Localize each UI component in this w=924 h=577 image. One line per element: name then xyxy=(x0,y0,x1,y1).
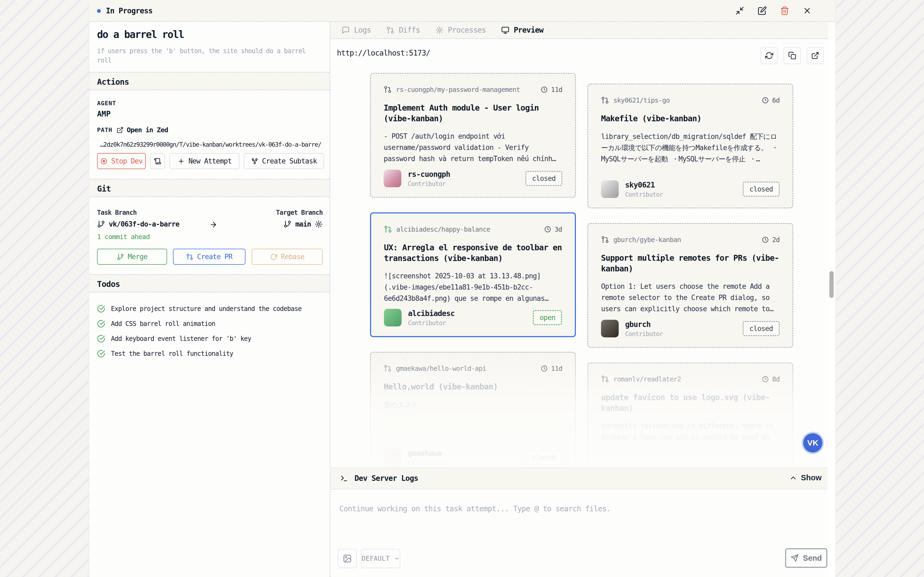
card-age-value: 3d xyxy=(554,226,562,233)
branch-row: vk/063f-do-a-barre main xyxy=(97,220,323,231)
send-label: Send xyxy=(803,554,822,562)
card-title: Implement Auth module - User login (vibe… xyxy=(384,103,562,124)
section-label: Git xyxy=(97,184,111,193)
refresh-icon xyxy=(765,52,773,60)
card-age: 3d xyxy=(544,226,562,233)
preview-url-bar: http://localhost:5173/ xyxy=(330,39,828,67)
stop-dev-button[interactable]: Stop Dev xyxy=(97,153,146,169)
rebase-label: Rebase xyxy=(281,253,305,261)
scrollbar-track[interactable] xyxy=(827,39,835,577)
create-pr-label: Create PR xyxy=(197,253,233,261)
edit-button[interactable] xyxy=(757,5,767,16)
plus-icon xyxy=(178,158,185,165)
chevron-down-icon xyxy=(394,555,400,562)
minimize-icon xyxy=(735,6,744,15)
avatar xyxy=(601,320,619,337)
tab-preview[interactable]: Preview xyxy=(501,26,543,34)
message-square-icon xyxy=(342,26,350,34)
create-subtask-button[interactable]: Create Subtask xyxy=(244,153,324,169)
task-dialog: In Progress do a barrel roll if users pr… xyxy=(89,0,836,577)
kanban-card[interactable]: rs-cuongph/my-password-management 11d Im… xyxy=(370,73,576,198)
card-age-value: 11d xyxy=(551,86,562,93)
avatar xyxy=(384,448,401,466)
avatar xyxy=(384,309,402,326)
task-branch-label: Task Branch xyxy=(97,209,137,216)
agent-label: AGENT xyxy=(97,100,116,106)
task-title: do a barrel roll xyxy=(97,29,184,40)
card-header: gmaekawa/hello-world-api 11d xyxy=(384,364,562,372)
close-button[interactable] xyxy=(802,5,813,16)
clock-icon xyxy=(762,376,769,383)
tab-processes[interactable]: Processes xyxy=(436,26,486,34)
kanban-card[interactable]: sky0621/tips-go 6d Makefile (vibe-kanban… xyxy=(587,84,793,208)
check-circle-icon xyxy=(97,305,105,313)
check-circle-icon xyxy=(97,320,105,328)
vk-floating-avatar[interactable]: VK xyxy=(803,433,822,453)
pull-request-icon xyxy=(384,225,392,233)
chevron-up-icon xyxy=(789,474,797,482)
variant-dropdown[interactable]: DEFAULT xyxy=(361,549,400,568)
branch-labels: Task Branch Target Branch xyxy=(97,209,323,216)
kanban-card[interactable]: alcibiadesc/happy-balance 3d UX: Arregla… xyxy=(370,212,576,337)
kanban-card[interactable]: gmaekawa/hello-world-api 11d Hello,world… xyxy=(370,352,576,467)
tab-logs[interactable]: Logs xyxy=(342,26,371,34)
agent-value: AMP xyxy=(97,110,111,118)
todo-item: Add keyboard event listener for 'b' key xyxy=(97,331,323,346)
card-title: UX: Arregla el responsive de toolbar en … xyxy=(384,242,562,263)
card-age: 6d xyxy=(762,97,780,104)
author-name: rs-cuongph xyxy=(408,170,450,179)
refresh-button[interactable] xyxy=(761,47,778,64)
card-footer: alcibiadesc Contributor open xyxy=(384,309,562,326)
tab-diffs[interactable]: Diffs xyxy=(386,26,420,34)
card-header: sky0621/tips-go 6d xyxy=(601,96,780,104)
card-body: ![screenshot 2025-10-03 at 13.13.48.png]… xyxy=(384,270,562,304)
gear-icon xyxy=(436,26,444,34)
task-branch: vk/063f-do-a-barre xyxy=(97,220,179,228)
pull-request-icon xyxy=(384,364,392,372)
status-badge: closed xyxy=(525,450,562,465)
tab-label: Preview xyxy=(514,26,543,34)
card-repo: rs-cuongph/my-password-management xyxy=(396,86,520,93)
rebase-button[interactable]: Rebase xyxy=(252,249,323,265)
show-logs-button[interactable]: Show xyxy=(789,473,822,482)
create-pr-button[interactable]: Create PR xyxy=(173,249,246,265)
dev-server-logs-label: Dev Server Logs xyxy=(355,474,418,483)
card-header: romanlv/readlater2 8d xyxy=(601,375,780,383)
card-repo: alcibiadesc/happy-balance xyxy=(396,226,490,233)
attach-image-button[interactable] xyxy=(338,549,357,568)
image-icon xyxy=(343,554,352,563)
collapse-button[interactable] xyxy=(735,5,745,16)
open-external-button[interactable] xyxy=(807,47,824,64)
create-subtask-label: Create Subtask xyxy=(262,157,317,165)
variant-label: DEFAULT xyxy=(362,555,390,562)
tab-label: Processes xyxy=(448,26,486,34)
preview-url[interactable]: http://localhost:5173/ xyxy=(337,48,430,57)
kanban-card[interactable]: romanlv/readlater2 8d update favicon to … xyxy=(587,363,793,467)
path-label: PATH xyxy=(97,127,112,133)
author-role: Contributor xyxy=(408,180,450,187)
card-age: 11d xyxy=(541,364,562,372)
todo-text: Add keyboard event listener for 'b' key xyxy=(111,335,251,342)
external-link-icon xyxy=(116,127,124,134)
composer-input[interactable]: Continue working on this task attempt...… xyxy=(339,504,817,513)
gear-icon[interactable] xyxy=(315,220,323,228)
kanban-card[interactable]: gburch/gybe-kanban 2d Support multiple r… xyxy=(587,223,793,348)
merge-button[interactable]: Merge xyxy=(97,249,167,265)
external-link-icon xyxy=(811,52,819,60)
card-repo: gmaekawa/hello-world-api xyxy=(396,364,486,372)
send-button[interactable]: Send xyxy=(785,548,827,568)
card-body: library_selection/db_migration/sqldef 配下… xyxy=(601,131,780,164)
dev-logs-shortcut-button[interactable] xyxy=(150,153,165,169)
scrollbar-thumb[interactable] xyxy=(829,271,834,298)
task-sidebar: do a barrel roll if users press the 'b' … xyxy=(89,22,330,577)
open-in-zed-link[interactable]: Open in Zed xyxy=(116,126,168,134)
card-age-value: 6d xyxy=(772,97,780,104)
copy-url-button[interactable] xyxy=(783,47,801,64)
card-age: 11d xyxy=(541,86,562,93)
card-age-value: 2d xyxy=(772,236,780,243)
delete-button[interactable] xyxy=(779,5,790,16)
new-attempt-button[interactable]: New Attempt xyxy=(170,153,239,169)
card-footer: rs-cuongph Contributor closed xyxy=(384,169,562,187)
card-header: alcibiadesc/happy-balance 3d xyxy=(384,225,562,233)
worktree-path: …2dz0k7n62z93299r0000gn/T/vibe-kanban/wo… xyxy=(100,141,327,148)
